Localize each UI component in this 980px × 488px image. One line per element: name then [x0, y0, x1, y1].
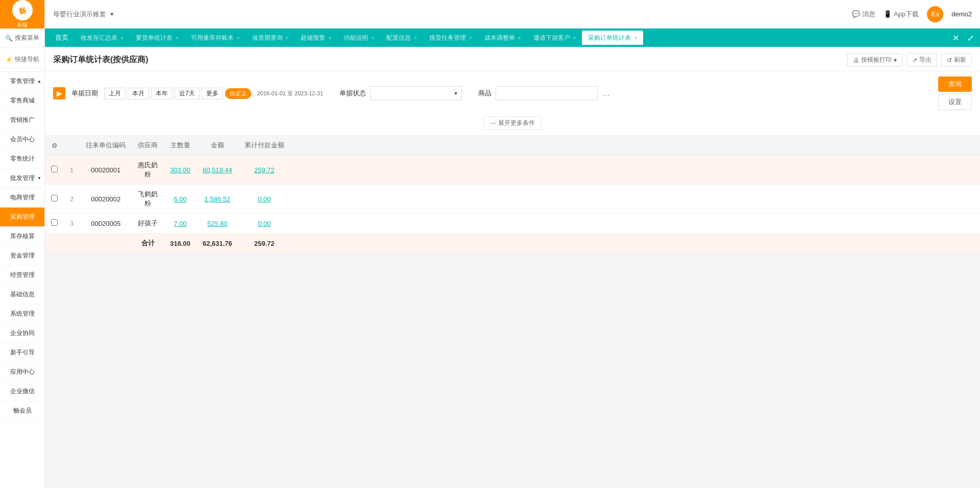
tab-yqxyhk-close[interactable]: × [573, 35, 576, 41]
cell-paid[interactable]: 0.00 [238, 214, 290, 234]
template-print-button[interactable]: 🖨 按模板打印 ▾ [847, 53, 902, 67]
tab-maximize-btn[interactable]: ⤢ [965, 33, 976, 43]
cell-amount[interactable]: 60,519.44 [197, 156, 238, 185]
tab-pzsxx[interactable]: 配置信息 × [380, 31, 423, 45]
cell-num: 3 [64, 214, 80, 234]
refresh-button[interactable]: ↺ 刷新 [941, 53, 972, 67]
tab-gnms-close[interactable]: × [371, 35, 374, 41]
sidebar-item-member[interactable]: 会员中心 [0, 130, 44, 149]
tab-phwgrw[interactable]: 拣货任务管理 × [423, 31, 478, 45]
tab-kylkzb[interactable]: 可用量库存账本 × [185, 31, 246, 45]
cell-num: 1 [64, 156, 80, 185]
tab-shfd[interactable]: 收发存汇总表 × [75, 31, 130, 45]
filter-date-label: 单据日期 [71, 89, 98, 98]
cell-check[interactable] [45, 185, 64, 214]
tab-bqxcx-close[interactable]: × [286, 35, 289, 41]
sidebar-item-operation[interactable]: 经营管理 [0, 266, 44, 285]
tab-close-all-btn[interactable]: ✕ [950, 33, 961, 43]
sidebar-item-retail-stat[interactable]: 零售统计 [0, 149, 44, 169]
sidebar-item-cooperation-label: 企业协同 [10, 329, 35, 338]
filter-toggle-btn[interactable]: ▶ [53, 87, 65, 99]
row-checkbox[interactable] [51, 195, 58, 201]
filter-date-more[interactable]: 更多 [202, 88, 223, 99]
sidebar-item-vip[interactable]: 畅会员 [0, 401, 44, 421]
expand-more-btn[interactable]: ⋯ 展开更多条件 [483, 116, 542, 130]
tab-gnms[interactable]: 功能说明 × [337, 31, 380, 45]
tabbar: 首页 收发存汇总表 × 要货单统计表 × 可用量库存账本 × 保质期查询 × 超… [45, 29, 980, 47]
sidebar-item-guide[interactable]: 新手引导 [0, 343, 44, 363]
row-checkbox[interactable] [51, 219, 58, 226]
filter-status-select[interactable]: ▾ [370, 86, 462, 100]
tab-yqxyhk-label: 邀请下游客户 [533, 34, 570, 42]
cell-amount[interactable]: 1,586.52 [197, 185, 238, 214]
tab-yqxyhk[interactable]: 邀请下游客户 × [527, 31, 582, 45]
tab-bqxcx[interactable]: 保质期查询 × [246, 31, 295, 45]
tab-bqxcx-label: 保质期查询 [252, 34, 283, 42]
sidebar-item-wholesale[interactable]: 批发管理 [0, 169, 44, 188]
sidebar-item-cooperation[interactable]: 企业协同 [0, 324, 44, 343]
tab-cbtj[interactable]: 成本调整单 × [478, 31, 527, 45]
query-button[interactable]: 查询 [938, 76, 972, 92]
cell-check[interactable] [45, 156, 64, 185]
sidebar-item-marketing[interactable]: 营销推广 [0, 111, 44, 130]
tab-cgddtj-close[interactable]: × [634, 35, 637, 41]
tab-cgddtj[interactable]: 采购订单统计表 × [582, 31, 643, 45]
tab-cchyj[interactable]: 超储预警 × [295, 31, 337, 45]
sidebar-item-marketing-label: 营销推广 [10, 116, 35, 124]
cell-amount[interactable]: 525.80 [197, 214, 238, 234]
cell-quantity[interactable]: 7.00 [164, 214, 197, 234]
tab-cchyj-close[interactable]: × [328, 35, 331, 41]
tab-pzsxx-close[interactable]: × [414, 35, 417, 41]
goods-more-icon[interactable]: … [602, 89, 610, 98]
avatar-text: Ea [932, 11, 939, 18]
filter-date-this-year[interactable]: 本年 [151, 88, 173, 99]
sidebar-item-system-label: 系统管理 [10, 310, 35, 318]
cell-paid[interactable]: 259.72 [238, 156, 290, 185]
topbar-dropdown-icon[interactable]: ▾ [110, 10, 114, 18]
tab-phwgrw-close[interactable]: × [469, 35, 472, 41]
tab-cbtj-close[interactable]: × [518, 35, 521, 41]
quick-nav-button[interactable]: ⚡ 快捷导航 [2, 51, 42, 68]
sidebar-item-wechat[interactable]: 企业微信 [0, 382, 44, 401]
cell-supplier: 好孩子 [132, 214, 164, 234]
sidebar-item-retail-group-label: 零售管理 [10, 77, 35, 86]
tab-yfphj[interactable]: 要货单统计表 × [130, 31, 185, 45]
filter-date-7days[interactable]: 近7天 [175, 88, 200, 99]
cell-check[interactable] [45, 214, 64, 234]
table-footer-row: 合计 316.00 62,631.76 259.72 [45, 234, 980, 253]
topbar-app-download-btn[interactable]: 📱 App下载 [884, 10, 919, 19]
cell-paid[interactable]: 0.00 [238, 185, 290, 214]
filter-goods-input[interactable] [496, 86, 598, 100]
row-checkbox[interactable] [51, 166, 58, 172]
cell-quantity[interactable]: 303.00 [164, 156, 197, 185]
topbar-message-btn[interactable]: 💬 消息 [852, 10, 875, 19]
export-button[interactable]: ↗ 导出 [906, 53, 937, 67]
cell-quantity[interactable]: 6.00 [164, 185, 197, 214]
sidebar-item-appcenter[interactable]: 应用中心 [0, 363, 44, 382]
topbar-avatar[interactable]: Ea [927, 6, 943, 22]
filter-date-last-month[interactable]: 上月 [104, 88, 126, 99]
sidebar-item-ecommerce[interactable]: 电商管理 [0, 188, 44, 208]
cell-code: 00020005 [80, 214, 132, 234]
th-settings[interactable]: ⚙ [45, 136, 64, 156]
sidebar-item-finance[interactable]: 资金管理 [0, 246, 44, 266]
filter-date-this-month[interactable]: 本月 [128, 88, 149, 99]
sidebar-item-retail-shop[interactable]: 零售商城 [0, 91, 44, 111]
sidebar-item-basic[interactable]: 基础信息 [0, 285, 44, 304]
sidebar-item-retail-group[interactable]: 零售管理 [0, 72, 44, 91]
tab-shfd-close[interactable]: × [120, 35, 124, 41]
tab-home[interactable]: 首页 [49, 31, 75, 45]
tab-yfphj-close[interactable]: × [176, 35, 179, 41]
tab-kylkzb-label: 可用量库存账本 [191, 34, 234, 42]
sidebar-item-purchase[interactable]: 采购管理 [0, 208, 44, 227]
th-extra [290, 136, 980, 156]
sidebar-item-system[interactable]: 系统管理 [0, 304, 44, 324]
topbar-username[interactable]: demo2 [951, 10, 972, 18]
app-download-label: App下载 [894, 10, 919, 19]
tab-kylkzb-close[interactable]: × [237, 35, 240, 41]
tab-cchyj-label: 超储预警 [301, 34, 325, 42]
print-dropdown-icon[interactable]: ▾ [894, 57, 897, 64]
search-menu-button[interactable]: 🔍 搜索菜单 [2, 32, 42, 44]
settings-button[interactable]: 设置 [938, 94, 972, 110]
sidebar-item-inventory[interactable]: 库存核算 [0, 227, 44, 246]
